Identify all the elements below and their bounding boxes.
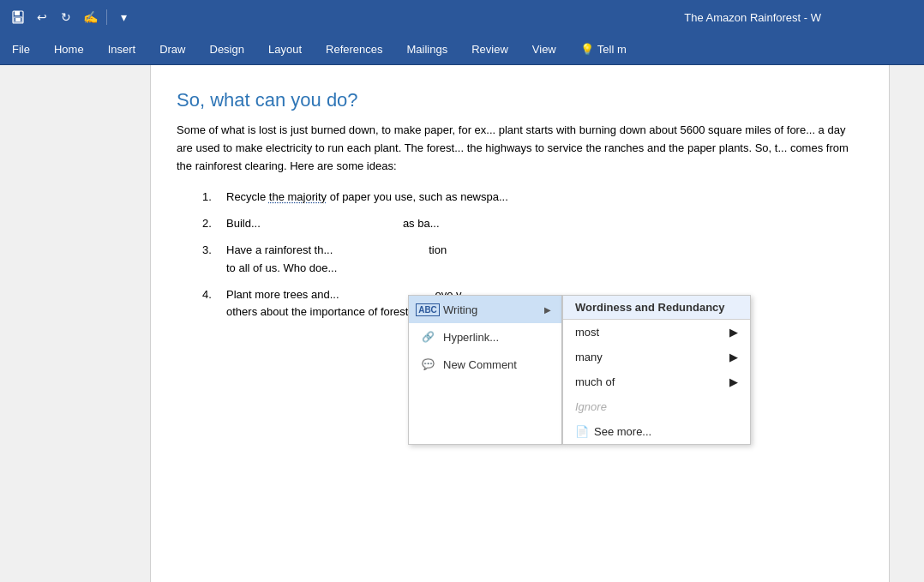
menu-review[interactable]: Review — [459, 34, 520, 64]
svg-rect-3 — [15, 18, 21, 21]
list-item: Build... as ba... — [202, 215, 863, 233]
menu-tell[interactable]: 💡 Tell m — [568, 34, 639, 64]
underlined-phrase: the majority — [269, 190, 327, 203]
list-item: Have a rainforest th... tionto all of us… — [202, 242, 863, 278]
ctx-new-comment[interactable]: 💬 New Comment — [409, 351, 561, 378]
menu-view[interactable]: View — [520, 34, 568, 64]
ctx-writing-label: Writing — [443, 303, 477, 316]
doc-paragraph: Some of what is lost is just burned down… — [177, 122, 863, 175]
title-bar: ↩ ↻ ✍ ▾ The Amazon Rainforest - W — [0, 0, 924, 34]
ctx-comment-label: New Comment — [443, 358, 517, 371]
menu-insert[interactable]: Insert — [96, 34, 148, 64]
window-title: The Amazon Rainforest - W — [684, 0, 924, 34]
comment-icon: 💬 — [419, 356, 436, 373]
menu-draw[interactable]: Draw — [147, 34, 197, 64]
save-button[interactable] — [9, 8, 27, 27]
ctx-hyperlink-label: Hyperlink... — [443, 331, 499, 344]
sub-much-of[interactable]: much of ▶ — [563, 369, 750, 394]
hyperlink-icon: 🔗 — [419, 328, 436, 345]
menu-references[interactable]: References — [314, 34, 394, 64]
customize-button[interactable]: ✍ — [81, 8, 99, 27]
menu-layout[interactable]: Layout — [256, 34, 314, 64]
sub-see-more[interactable]: 📄 See more... — [563, 419, 750, 444]
abc-icon: ABC — [419, 301, 436, 318]
see-more-doc-icon: 📄 — [575, 425, 589, 438]
menu-home[interactable]: Home — [42, 34, 96, 64]
document-area: So, what can you do? Some of what is los… — [150, 65, 890, 582]
list-item: Recycle the majority of paper you use, s… — [202, 189, 863, 207]
menu-mailings[interactable]: Mailings — [395, 34, 460, 64]
title-text: The Amazon Rainforest - W — [684, 11, 821, 24]
divider — [106, 9, 107, 25]
ctx-writing[interactable]: ABC Writing ▶ — [409, 296, 561, 323]
sub-arrow-icon: ▶ — [729, 326, 738, 339]
left-gutter — [0, 65, 150, 582]
undo-button[interactable]: ↩ — [33, 8, 51, 27]
sub-most[interactable]: most ▶ — [563, 320, 750, 345]
menu-file[interactable]: File — [0, 34, 42, 64]
section-heading: So, what can you do? — [177, 89, 863, 111]
doc-content: So, what can you do? Some of what is los… — [177, 82, 863, 321]
ctx-hyperlink[interactable]: 🔗 Hyperlink... — [409, 323, 561, 351]
context-menu-main: ABC Writing ▶ 🔗 Hyperlink... 💬 New Comme… — [408, 295, 562, 445]
sub-ignore[interactable]: Ignore — [563, 394, 750, 419]
sub-arrow-icon: ▶ — [729, 351, 738, 363]
sub-menu-header: Wordiness and Redundancy — [563, 296, 750, 320]
context-menu-sub: Wordiness and Redundancy most ▶ many ▶ m… — [562, 295, 751, 445]
right-gutter — [890, 65, 924, 582]
chevron-down-icon[interactable]: ▾ — [114, 8, 133, 27]
ribbon-bar: File Home Insert Draw Design Layout Refe… — [0, 34, 924, 65]
refresh-button[interactable]: ↻ — [57, 8, 75, 27]
quick-access-toolbar: ↩ ↻ ✍ ▾ — [9, 8, 133, 27]
menu-design[interactable]: Design — [198, 34, 256, 64]
main-area: So, what can you do? Some of what is los… — [0, 65, 924, 582]
context-menu-overlay: ABC Writing ▶ 🔗 Hyperlink... 💬 New Comme… — [408, 295, 751, 445]
sub-many[interactable]: many ▶ — [563, 345, 750, 369]
sub-arrow-icon: ▶ — [729, 375, 738, 388]
svg-rect-1 — [15, 11, 20, 15]
ctx-arrow-icon: ▶ — [544, 305, 551, 315]
